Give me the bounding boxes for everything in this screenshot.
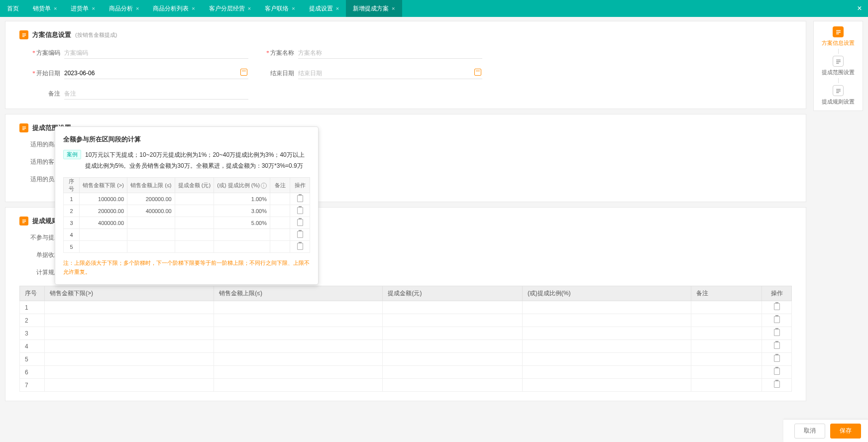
- svg-rect-2: [22, 36, 24, 36]
- anchor-plan-info[interactable]: 方案信息设置: [822, 39, 855, 47]
- delete-icon[interactable]: [297, 231, 303, 238]
- close-icon[interactable]: ×: [248, 5, 251, 11]
- commission-table: 序号 销售金额下限(>) 销售金额上限(≤) 提成金额(元) (或)提成比例(%…: [19, 286, 792, 392]
- delete-icon[interactable]: [774, 342, 780, 349]
- tab-purchase[interactable]: 进货单×: [64, 0, 102, 17]
- svg-rect-16: [836, 90, 841, 91]
- close-icon[interactable]: ×: [336, 5, 339, 11]
- end-date-input[interactable]: [298, 70, 482, 77]
- table-row: 3: [20, 327, 792, 340]
- anchor-scope[interactable]: 提成范围设置: [822, 69, 855, 76]
- tab-home[interactable]: 首页: [0, 0, 26, 17]
- delete-icon[interactable]: [774, 303, 780, 310]
- plan-code-input[interactable]: [64, 49, 248, 56]
- section-icon: [19, 217, 28, 225]
- close-icon[interactable]: ×: [136, 5, 139, 11]
- svg-rect-1: [22, 35, 25, 35]
- panel-plan-info: 方案信息设置 (按销售金额提成) *方案编码 *方案名称 *开始日期 结束日期: [5, 21, 806, 109]
- svg-rect-13: [836, 61, 841, 62]
- calendar-icon[interactable]: [240, 69, 247, 76]
- tab-cust-contact[interactable]: 客户联络×: [258, 0, 302, 17]
- tab-goods-analysis[interactable]: 商品分析×: [102, 0, 146, 17]
- svg-rect-17: [836, 92, 839, 93]
- svg-rect-12: [836, 59, 841, 60]
- delete-icon[interactable]: [297, 243, 303, 250]
- tab-cust-tier[interactable]: 客户分层经营×: [202, 0, 258, 17]
- delete-icon[interactable]: [774, 368, 780, 375]
- anchor-icon[interactable]: [833, 26, 844, 37]
- info-icon[interactable]: i: [261, 183, 267, 189]
- tab-goods-list[interactable]: 商品分析列表×: [146, 0, 202, 17]
- example-table: 序号 销售金额下限 (>) 销售金额上限 (≤) 提成金额 (元) (或) 提成…: [63, 177, 310, 253]
- delete-icon[interactable]: [774, 355, 780, 362]
- tooltip-note: 注：上限必须大于下限；多个阶梯时，下一个阶梯下限要等于前一阶梯上限；不同行之间下…: [63, 259, 310, 276]
- close-all-icon[interactable]: ×: [851, 0, 868, 17]
- tab-bar: 首页 销货单× 进货单× 商品分析× 商品分析列表× 客户分层经营× 客户联络×…: [0, 0, 868, 17]
- svg-rect-15: [836, 89, 841, 90]
- example-text: 10万元以下无提成；10~20万元提成比例为1%；20~40万提成比例为3%；4…: [85, 150, 310, 171]
- close-icon[interactable]: ×: [292, 5, 295, 11]
- tab-new-commission[interactable]: 新增提成方案×: [346, 0, 402, 17]
- plan-name-input[interactable]: [298, 49, 482, 56]
- example-tooltip: 全额参与所在区间段的计算 案例 10万元以下无提成；10~20万元提成比例为1%…: [55, 126, 319, 285]
- svg-rect-10: [836, 31, 841, 32]
- tooltip-title: 全额参与所在区间段的计算: [63, 135, 310, 144]
- tab-commission-settings[interactable]: 提成设置×: [302, 0, 346, 17]
- delete-icon[interactable]: [297, 219, 303, 226]
- svg-rect-14: [836, 63, 839, 64]
- svg-rect-0: [22, 33, 25, 34]
- section-icon: [19, 123, 28, 132]
- table-row: 2: [20, 314, 792, 327]
- delete-icon[interactable]: [297, 195, 303, 202]
- svg-rect-4: [22, 128, 25, 128]
- remark-input[interactable]: [64, 90, 248, 97]
- example-badge: 案例: [63, 150, 81, 159]
- svg-rect-7: [22, 221, 25, 221]
- delete-icon[interactable]: [774, 316, 780, 323]
- svg-rect-11: [836, 33, 839, 34]
- close-icon[interactable]: ×: [92, 5, 95, 11]
- svg-rect-8: [22, 222, 24, 222]
- close-icon[interactable]: ×: [392, 5, 395, 11]
- calendar-icon[interactable]: [474, 69, 481, 76]
- anchor-nav: 方案信息设置 提成范围设置 提成规则设置: [813, 21, 863, 111]
- tab-sales[interactable]: 销货单×: [26, 0, 64, 17]
- delete-icon[interactable]: [774, 329, 780, 336]
- table-row: 5: [20, 353, 792, 366]
- anchor-icon[interactable]: [833, 85, 844, 96]
- table-row: 4: [20, 340, 792, 353]
- svg-rect-9: [836, 30, 841, 31]
- close-icon[interactable]: ×: [54, 5, 57, 11]
- anchor-rules[interactable]: 提成规则设置: [822, 98, 855, 106]
- svg-rect-3: [22, 126, 25, 127]
- close-icon[interactable]: ×: [192, 5, 195, 11]
- delete-icon[interactable]: [297, 207, 303, 214]
- panel-title: 方案信息设置: [32, 30, 71, 39]
- section-icon: [19, 30, 28, 39]
- delete-icon[interactable]: [774, 381, 780, 388]
- svg-rect-6: [22, 220, 25, 220]
- panel-subtitle: (按销售金额提成): [75, 31, 117, 39]
- anchor-icon[interactable]: [833, 56, 844, 67]
- table-row: 7: [20, 379, 792, 392]
- start-date-input[interactable]: [64, 70, 248, 77]
- svg-rect-5: [22, 129, 24, 129]
- table-row: 1: [20, 301, 792, 314]
- table-row: 6: [20, 366, 792, 379]
